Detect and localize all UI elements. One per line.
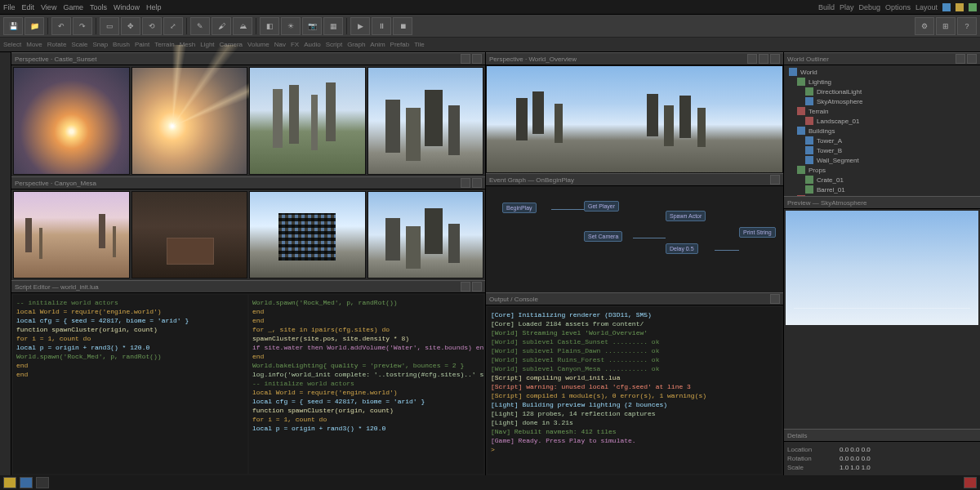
redo-button[interactable]: ↷ <box>73 17 92 35</box>
tool-label[interactable]: Script <box>326 41 342 48</box>
outliner-item[interactable]: DirectionalLight <box>786 87 978 96</box>
tool-label[interactable]: Tile <box>414 41 425 48</box>
outliner-item[interactable]: Terrain <box>786 106 978 116</box>
outliner-item[interactable]: Landscape_01 <box>786 116 978 126</box>
panel-menu-button[interactable] <box>461 178 470 188</box>
panel-close-button[interactable] <box>472 282 482 292</box>
layout-button[interactable]: ⊞ <box>936 17 956 35</box>
viewport-max-button[interactable] <box>770 54 780 64</box>
tool-label[interactable]: Nav <box>274 41 286 48</box>
tool-label[interactable]: Rotate <box>47 41 67 48</box>
volume-tool[interactable]: ▦ <box>323 17 343 35</box>
viewport-options-button[interactable] <box>759 54 768 64</box>
tool-label[interactable]: FX <box>291 41 299 48</box>
menu-play[interactable]: Play <box>840 3 854 11</box>
mesh-tool[interactable]: ◧ <box>260 17 279 35</box>
graph-node[interactable]: Delay 0.5 <box>666 243 698 254</box>
panel-menu-button[interactable] <box>461 282 470 292</box>
paint-tool[interactable]: 🖌 <box>212 17 231 35</box>
light-tool[interactable]: ☀ <box>281 17 301 35</box>
brush-tool[interactable]: ✎ <box>190 17 210 35</box>
pause-button[interactable]: ⏸ <box>372 17 391 35</box>
help-button[interactable]: ? <box>957 17 977 35</box>
menu-build[interactable]: Build <box>818 3 835 11</box>
outliner-item[interactable]: Buildings <box>786 126 978 136</box>
property-value[interactable]: 0.0 0.0 0.0 <box>840 455 871 462</box>
camera-tool[interactable]: 📷 <box>302 17 322 35</box>
outliner-item[interactable]: Tower_B <box>786 145 978 155</box>
tray-button[interactable] <box>964 477 977 488</box>
tool-label[interactable]: Graph <box>347 41 365 48</box>
move-tool[interactable]: ✥ <box>121 17 140 35</box>
viewport-3[interactable] <box>249 67 366 175</box>
rotate-tool[interactable]: ⟲ <box>142 17 162 35</box>
viewport-8[interactable] <box>368 191 484 278</box>
tool-label[interactable]: Move <box>26 41 42 48</box>
node-graph[interactable]: BeginPlayGet PlayerSet CameraSpawn Actor… <box>486 186 783 292</box>
main-viewport[interactable] <box>486 65 783 173</box>
menu-edit[interactable]: Edit <box>22 3 35 11</box>
start-button[interactable] <box>3 477 16 488</box>
panel-max-button[interactable] <box>472 178 482 188</box>
graph-node[interactable]: Spawn Actor <box>666 211 706 221</box>
clear-console-button[interactable] <box>770 294 780 304</box>
outliner-item[interactable]: Wall_Segment <box>786 155 978 165</box>
menu-window[interactable]: Window <box>114 3 140 11</box>
asset-preview[interactable] <box>784 209 980 429</box>
tray-icon[interactable] <box>942 3 951 11</box>
menu-tools[interactable]: Tools <box>90 3 107 11</box>
scale-tool[interactable]: ⤢ <box>163 17 183 35</box>
viewport-7[interactable] <box>249 191 366 278</box>
panel-menu-button[interactable] <box>770 175 780 185</box>
outliner-item[interactable]: Tower_A <box>786 136 978 145</box>
stop-button[interactable]: ⏹ <box>393 17 412 35</box>
tool-label[interactable]: Anim <box>370 41 385 48</box>
code-editor-left[interactable]: -- initialize world actorslocal World = … <box>11 293 485 475</box>
panel-menu-button[interactable] <box>967 54 977 64</box>
menu-debug[interactable]: Debug <box>858 3 880 11</box>
filter-button[interactable] <box>956 54 965 64</box>
tray-icon[interactable] <box>969 3 977 11</box>
outliner-item[interactable]: SkyAtmosphere <box>786 96 978 106</box>
property-value[interactable]: 1.0 1.0 1.0 <box>840 464 871 471</box>
play-button[interactable]: ▶ <box>350 17 370 35</box>
menu-options[interactable]: Options <box>885 3 911 11</box>
graph-node[interactable]: Get Player <box>584 201 619 212</box>
viewport-lit-button[interactable] <box>747 54 757 64</box>
menu-layout[interactable]: Layout <box>915 3 938 11</box>
viewport-4[interactable] <box>368 67 484 175</box>
viewport-2[interactable] <box>131 67 248 175</box>
outliner-item[interactable]: Crate_01 <box>786 175 978 185</box>
terrain-tool[interactable]: ⛰ <box>233 17 252 35</box>
settings-button[interactable]: ⚙ <box>915 17 934 35</box>
tool-label[interactable]: Select <box>3 41 21 48</box>
open-button[interactable]: 📁 <box>24 17 44 35</box>
graph-node[interactable]: Print String <box>739 227 776 238</box>
undo-button[interactable]: ↶ <box>51 17 71 35</box>
save-button[interactable]: 💾 <box>3 17 23 35</box>
property-value[interactable]: 0.0 0.0 0.0 <box>840 446 871 453</box>
taskbar-app[interactable] <box>20 477 33 488</box>
outliner-item[interactable]: World <box>786 67 978 77</box>
outliner-item[interactable]: Lighting <box>786 77 978 87</box>
graph-node[interactable]: BeginPlay <box>502 203 537 213</box>
menu-game[interactable]: Game <box>63 3 83 11</box>
tool-label[interactable]: Prefab <box>390 41 410 48</box>
viewport-5[interactable] <box>13 191 130 278</box>
panel-max-button[interactable] <box>472 54 482 64</box>
menu-help[interactable]: Help <box>146 3 162 11</box>
graph-node[interactable]: Set Camera <box>584 231 622 242</box>
console-output[interactable]: [Core] Initializing renderer (D3D11, SM5… <box>486 305 783 475</box>
tool-label[interactable]: Audio <box>304 41 320 48</box>
taskbar-app[interactable] <box>36 477 49 488</box>
menu-file[interactable]: File <box>3 3 16 11</box>
outliner-tree[interactable]: WorldLightingDirectionalLightSkyAtmosphe… <box>784 65 980 196</box>
menu-view[interactable]: View <box>41 3 56 11</box>
viewport-6[interactable] <box>131 191 248 278</box>
select-tool[interactable]: ▭ <box>100 17 119 35</box>
outliner-item[interactable]: Barrel_01 <box>786 185 978 194</box>
outliner-item[interactable]: Props <box>786 165 978 175</box>
panel-menu-button[interactable] <box>461 54 470 64</box>
tool-label[interactable]: Scale <box>71 41 87 48</box>
tray-icon[interactable] <box>956 3 964 11</box>
